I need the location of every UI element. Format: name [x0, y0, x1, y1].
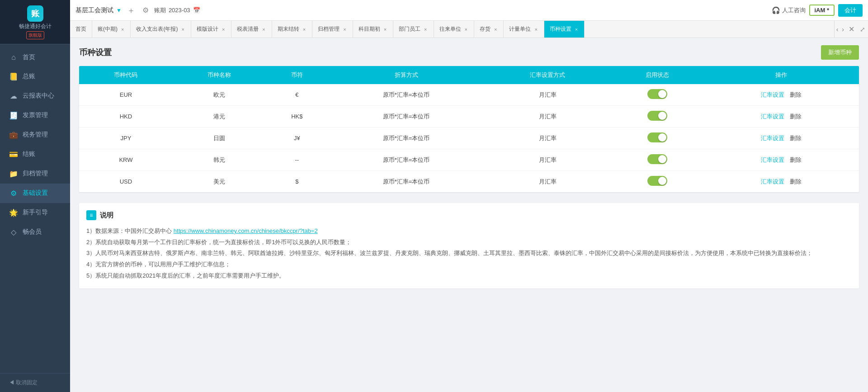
- tab-next-button[interactable]: ›: [840, 25, 846, 34]
- table-cell: --: [266, 149, 328, 171]
- tab-[interactable]: 收入支出表(年报)×: [131, 21, 191, 38]
- toggle-cell: [610, 106, 704, 128]
- sidebar-item-ledger[interactable]: 📒总账: [0, 67, 70, 86]
- enable-toggle[interactable]: [647, 154, 667, 164]
- tab-close-icon[interactable]: ×: [423, 27, 428, 32]
- notes-section: ≡ 说明 1）数据来源：中国外汇交易中心 https://www.chinamo…: [79, 203, 859, 288]
- sidebar-item-invoice[interactable]: 🧾发票管理: [0, 106, 70, 125]
- rate-setting-link[interactable]: 汇率设置: [761, 135, 784, 142]
- table-cell: 欧元: [173, 84, 266, 106]
- sidebar-label-guide: 新手引导: [23, 208, 48, 217]
- table-cell: 原币*汇率=本位币: [328, 128, 485, 149]
- topbar: 基层工会测试 ▼ ＋ ⚙ 账期 2023-03 📅 🎧 人工咨询 iAM * 会…: [70, 0, 868, 21]
- tab-close-icon[interactable]: ×: [574, 27, 579, 32]
- tab-close-icon[interactable]: ×: [180, 27, 185, 32]
- logo-badge: 旗舰版: [26, 31, 44, 39]
- new-currency-button[interactable]: 新增币种: [821, 45, 859, 60]
- currency-table: 币种代码币种名称币符折算方式汇率设置方式启用状态操作 EUR欧元€原币*汇率=本…: [79, 66, 859, 192]
- page-content: 币种设置 新增币种 币种代码币种名称币符折算方式汇率设置方式启用状态操作 EUR…: [70, 38, 868, 392]
- table-header-cell: 汇率设置方式: [485, 66, 610, 84]
- service-label: 人工咨询: [782, 6, 806, 14]
- table-header-cell: 启用状态: [610, 66, 704, 84]
- notes-external-link[interactable]: https://www.chinamoney.com.cn/chinese/bk…: [174, 227, 318, 234]
- rate-setting-link[interactable]: 汇率设置: [761, 113, 784, 120]
- sidebar-item-archive[interactable]: 📁归档管理: [0, 164, 70, 184]
- tab-[interactable]: 模版设计×: [191, 21, 231, 38]
- expand-button[interactable]: ⤢: [857, 25, 868, 34]
- tab-[interactable]: 账(中期)×: [92, 21, 131, 38]
- sidebar-item-guide[interactable]: 🌟新手引导: [0, 203, 70, 222]
- tab-close-icon[interactable]: ×: [120, 27, 125, 32]
- period-selector[interactable]: 账期 2023-03 📅: [154, 6, 200, 14]
- table-cell: $: [266, 171, 328, 193]
- page-header: 币种设置 新增币种: [79, 45, 859, 60]
- sidebar-item-checkout[interactable]: 💳结账: [0, 145, 70, 164]
- delete-link[interactable]: 删除: [790, 113, 802, 120]
- topbar-settings-icon[interactable]: ⚙: [141, 6, 151, 14]
- enable-toggle[interactable]: [647, 176, 667, 186]
- enable-toggle[interactable]: [647, 111, 667, 121]
- rate-setting-link[interactable]: 汇率设置: [761, 156, 784, 163]
- sidebar-item-home[interactable]: ⌂首页: [0, 48, 70, 67]
- logo-icon: 账: [27, 5, 43, 22]
- sidebar-icon-tax: 💼: [9, 131, 18, 139]
- sidebar-pin-toggle[interactable]: ◀ 取消固定: [0, 373, 70, 392]
- rate-setting-link[interactable]: 汇率设置: [761, 91, 784, 98]
- notes-item: 2）系统自动获取每月第一个工作日的汇率标价，统一为直接标价法，即1外币可以兑换的…: [86, 237, 852, 248]
- delete-link[interactable]: 删除: [790, 178, 802, 185]
- enable-toggle[interactable]: [647, 132, 667, 142]
- headset-icon: 🎧: [772, 6, 780, 14]
- calendar-icon: 📅: [193, 7, 200, 14]
- tab-close-icon[interactable]: ×: [302, 27, 307, 32]
- tab-[interactable]: 科目期初×: [353, 21, 393, 38]
- tab-close-icon[interactable]: ×: [261, 27, 266, 32]
- company-name: 基层工会测试: [75, 6, 113, 14]
- close-all-tabs-button[interactable]: ✕: [846, 24, 857, 34]
- tab-close-icon[interactable]: ×: [342, 27, 347, 32]
- delete-link[interactable]: 删除: [790, 91, 802, 98]
- actions-cell: 汇率设置删除: [704, 106, 859, 128]
- tab-[interactable]: 往来单位×: [434, 21, 474, 38]
- service-button[interactable]: 🎧 人工咨询: [772, 6, 806, 14]
- account-button[interactable]: 会计: [838, 4, 863, 17]
- delete-link[interactable]: 删除: [790, 135, 802, 142]
- tab-close-icon[interactable]: ×: [533, 27, 538, 32]
- sidebar-item-member[interactable]: ◇畅会员: [0, 222, 70, 242]
- sidebar-item-settings[interactable]: ⚙基础设置: [0, 184, 70, 203]
- tab-[interactable]: 部门员工×: [393, 21, 434, 38]
- notes-item: 3）人民币对马来西亚林吉特、俄罗斯卢布、南非兰特、韩元、阿联酋迪拉姆、沙特里亚尔…: [86, 248, 852, 259]
- sidebar-item-tax[interactable]: 💼税务管理: [0, 125, 70, 145]
- add-company-button[interactable]: ＋: [125, 5, 137, 16]
- tab-[interactable]: 计量单位×: [504, 21, 544, 38]
- account-badge: iAM *: [809, 5, 835, 16]
- tab-[interactable]: 期末结转×: [272, 21, 312, 38]
- tab-close-icon[interactable]: ×: [221, 27, 226, 32]
- tab-[interactable]: 归档管理×: [312, 21, 353, 38]
- delete-link[interactable]: 删除: [790, 156, 802, 163]
- enable-toggle[interactable]: [647, 89, 667, 99]
- table-body: EUR欧元€原币*汇率=本位币月汇率汇率设置删除HKD港元HK$原币*汇率=本位…: [79, 84, 859, 192]
- table-cell: 月汇率: [485, 128, 610, 149]
- tab-[interactable]: 币种设置×: [544, 21, 585, 38]
- rate-setting-link[interactable]: 汇率设置: [761, 178, 784, 185]
- tab-prev-button[interactable]: ‹: [835, 25, 840, 34]
- sidebar-icon-checkout: 💳: [9, 150, 18, 159]
- table-cell: 月汇率: [485, 106, 610, 128]
- toggle-cell: [610, 84, 704, 106]
- table-row: HKD港元HK$原币*汇率=本位币月汇率汇率设置删除: [79, 106, 859, 128]
- sidebar-label-member: 畅会员: [23, 228, 42, 236]
- notes-item: 4）无官方牌价的币种，可以用用户手工维护汇率信息；: [86, 259, 852, 270]
- tab-[interactable]: 存货×: [474, 21, 504, 38]
- tab-close-icon[interactable]: ×: [383, 27, 387, 32]
- company-selector[interactable]: 基层工会测试 ▼: [75, 6, 122, 14]
- actions-cell: 汇率设置删除: [704, 149, 859, 171]
- tab-close-icon[interactable]: ×: [493, 27, 498, 32]
- tab-close-icon[interactable]: ×: [464, 27, 468, 32]
- sidebar-icon-guide: 🌟: [9, 208, 18, 217]
- tab-[interactable]: 税表清册×: [231, 21, 272, 38]
- tab-[interactable]: 首页: [70, 21, 92, 38]
- sidebar-item-reports[interactable]: ☁云报表中心: [0, 86, 70, 106]
- table-cell: 港元: [173, 106, 266, 128]
- table-cell: 韩元: [173, 149, 266, 171]
- table-cell: EUR: [79, 84, 173, 106]
